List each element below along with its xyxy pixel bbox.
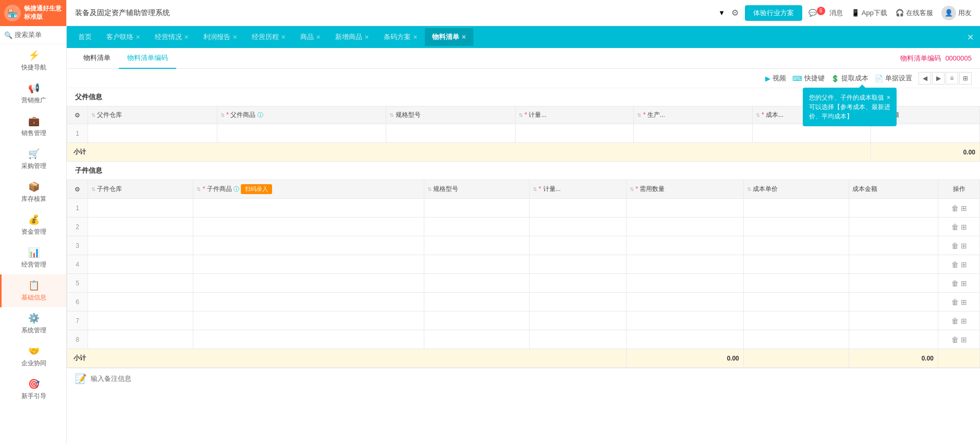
child-unit-cost-cell-6[interactable]: [743, 293, 849, 311]
parent-goods-cell[interactable]: [217, 124, 386, 143]
nav-tab-operations[interactable]: 经营情况 ✕: [148, 28, 196, 46]
nav-tab-close-customers[interactable]: ✕: [136, 34, 140, 41]
child-spec-cell-1[interactable]: [424, 199, 529, 218]
child-warehouse-cell-7[interactable]: [88, 311, 193, 330]
child-quantity-cell-8[interactable]: [626, 330, 743, 349]
sidebar-item-finance[interactable]: 💰资金管理: [0, 209, 66, 242]
sidebar-item-basic-info[interactable]: 📋基础信息: [0, 274, 66, 307]
app-download-action[interactable]: 📱 App下载: [851, 8, 887, 18]
delete-icon-7[interactable]: 🗑: [951, 317, 959, 325]
child-goods-cell-6[interactable]: [193, 293, 424, 311]
child-unit-cost-cell-8[interactable]: [743, 330, 849, 349]
child-quantity-cell-5[interactable]: [626, 274, 743, 293]
sidebar-search[interactable]: 🔍 搜索菜单: [0, 26, 66, 44]
nav-tab-bom[interactable]: 物料清单 ✕: [425, 28, 473, 46]
parent-cost-cell[interactable]: [752, 124, 871, 143]
copy-icon-3[interactable]: ⊞: [961, 242, 967, 250]
nav-tab-close-barcode[interactable]: ✕: [413, 34, 418, 41]
nav-tab-home[interactable]: 首页: [71, 28, 99, 46]
child-spec-cell-2[interactable]: [424, 218, 529, 236]
message-action[interactable]: 💬 6 消息: [808, 8, 843, 18]
delete-icon-8[interactable]: 🗑: [951, 335, 959, 344]
child-quantity-cell-6[interactable]: [626, 293, 743, 311]
nav-tab-new-goods[interactable]: 新增商品 ✕: [328, 28, 376, 46]
copy-icon-6[interactable]: ⊞: [961, 298, 967, 306]
child-warehouse-cell-8[interactable]: [88, 330, 193, 349]
child-unit-cell-8[interactable]: [530, 330, 627, 349]
child-goods-cell-4[interactable]: [193, 255, 424, 274]
tooltip-close-btn[interactable]: ×: [887, 93, 890, 102]
sidebar-item-guide[interactable]: 🎯新手引导: [0, 373, 66, 406]
sidebar-item-inventory[interactable]: 📦库存核算: [0, 176, 66, 209]
child-goods-cell-8[interactable]: [193, 330, 424, 349]
child-unit-cost-cell-5[interactable]: [743, 274, 849, 293]
child-unit-cell-6[interactable]: [530, 293, 627, 311]
topbar-dropdown-icon[interactable]: ▼: [718, 9, 725, 17]
child-spec-cell-3[interactable]: [424, 236, 529, 255]
nav-grid-btn[interactable]: ⊞: [959, 72, 972, 85]
settings-toolbar-item[interactable]: 📄 单据设置: [875, 74, 912, 83]
nav-tab-barcode[interactable]: 条码方案 ✕: [376, 28, 425, 46]
child-spec-cell-5[interactable]: [424, 274, 529, 293]
child-quantity-cell-3[interactable]: [626, 236, 743, 255]
child-goods-cell-3[interactable]: [193, 236, 424, 255]
child-unit-cost-cell-4[interactable]: [743, 255, 849, 274]
child-warehouse-cell-4[interactable]: [88, 255, 193, 274]
child-warehouse-cell-5[interactable]: [88, 274, 193, 293]
child-unit-cell-3[interactable]: [530, 236, 627, 255]
child-unit-cost-cell-7[interactable]: [743, 311, 849, 330]
child-unit-cost-cell-2[interactable]: [743, 218, 849, 236]
child-unit-cell-2[interactable]: [530, 218, 627, 236]
experience-btn[interactable]: 体验行业方案: [745, 5, 802, 21]
child-goods-cell-2[interactable]: [193, 218, 424, 236]
user-menu[interactable]: 👤 用友: [941, 6, 972, 20]
child-spec-cell-4[interactable]: [424, 255, 529, 274]
online-service-action[interactable]: 🎧 在线客服: [896, 8, 933, 18]
child-quantity-cell-7[interactable]: [626, 311, 743, 330]
copy-icon-8[interactable]: ⊞: [961, 335, 967, 344]
cost-toolbar-item[interactable]: 💲 提取成本: [831, 74, 868, 83]
child-goods-cell-5[interactable]: [193, 274, 424, 293]
nav-tab-biz-history[interactable]: 经营历程 ✕: [244, 28, 293, 46]
sidebar-item-purchase[interactable]: 🛒采购管理: [0, 143, 66, 176]
delete-icon-5[interactable]: 🗑: [951, 279, 959, 287]
copy-icon-2[interactable]: ⊞: [961, 223, 967, 231]
child-unit-cell-1[interactable]: [530, 199, 627, 218]
child-col-gear[interactable]: ⚙: [67, 180, 88, 199]
nav-tab-goods[interactable]: 商品 ✕: [293, 28, 328, 46]
nav-tab-close-bom[interactable]: ✕: [461, 34, 466, 41]
copy-icon-1[interactable]: ⊞: [961, 204, 967, 212]
nav-tab-close-biz-history[interactable]: ✕: [281, 34, 286, 41]
child-spec-cell-8[interactable]: [424, 330, 529, 349]
child-unit-cell-7[interactable]: [530, 311, 627, 330]
child-unit-cell-4[interactable]: [530, 255, 627, 274]
child-quantity-cell-1[interactable]: [626, 199, 743, 218]
delete-icon-1[interactable]: 🗑: [951, 204, 959, 212]
child-goods-cell-7[interactable]: [193, 311, 424, 330]
delete-icon-3[interactable]: 🗑: [951, 242, 959, 250]
child-quantity-cell-4[interactable]: [626, 255, 743, 274]
view-toolbar-item[interactable]: ▶ 视频: [765, 74, 786, 83]
sidebar-item-enterprise[interactable]: 🤝企业协同: [0, 340, 66, 373]
nav-tab-customers[interactable]: 客户联络 ✕: [99, 28, 148, 46]
nav-tab-profit[interactable]: 利润报告 ✕: [196, 28, 244, 46]
nav-close-button[interactable]: ✕: [965, 30, 976, 44]
sidebar-item-operations[interactable]: 📊经营管理: [0, 242, 66, 274]
sidebar-item-quick-nav[interactable]: ⚡快捷导航: [0, 44, 66, 77]
parent-unit-cell[interactable]: [516, 124, 634, 143]
delete-icon-2[interactable]: 🗑: [951, 223, 959, 231]
parent-spec-cell[interactable]: [386, 124, 516, 143]
parent-col-gear[interactable]: ⚙: [67, 106, 88, 124]
sub-tab-bom-list[interactable]: 物料清单: [75, 48, 119, 69]
copy-icon-4[interactable]: ⊞: [961, 260, 967, 269]
sidebar-item-marketing[interactable]: 📢营销推广: [0, 77, 66, 110]
sidebar-item-system[interactable]: ⚙️系统管理: [0, 307, 66, 340]
shortcut-toolbar-item[interactable]: ⌨ 快捷键: [792, 74, 825, 83]
child-goods-cell-1[interactable]: [193, 199, 424, 218]
nav-tab-close-new-goods[interactable]: ✕: [364, 34, 369, 41]
sidebar-item-sales[interactable]: 💼销售管理: [0, 110, 66, 143]
copy-icon-5[interactable]: ⊞: [961, 279, 967, 287]
child-warehouse-cell-2[interactable]: [88, 218, 193, 236]
child-warehouse-cell-3[interactable]: [88, 236, 193, 255]
nav-tab-close-profit[interactable]: ✕: [232, 34, 237, 41]
